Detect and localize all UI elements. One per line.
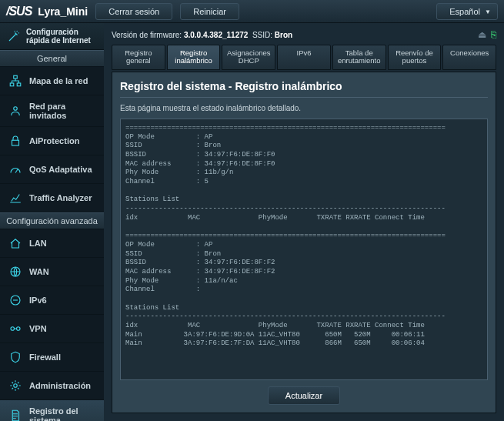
qcis-label: Configuración rápida de Internet [26, 28, 98, 45]
tab-wireless-log[interactable]: Registro inalámbrico [167, 45, 221, 70]
svg-rect-2 [17, 83, 21, 86]
home-icon [8, 236, 23, 251]
refresh-button[interactable]: Actualizar [268, 386, 340, 405]
wand-icon [6, 28, 22, 44]
sidebar-item-label: Mapa de la red [29, 76, 88, 85]
panel: Registro del sistema - Registro inalámbr… [112, 72, 496, 413]
advanced-header: Configuración avanzada [0, 212, 104, 229]
ssid-value: Bron [275, 31, 292, 39]
sidebar-item-label: Administración [29, 381, 91, 390]
tab-routing[interactable]: Tabla de enrutamiento [332, 45, 386, 70]
sidebar-item-firewall[interactable]: Firewall [0, 343, 104, 372]
tab-dhcp[interactable]: Asignaciones DHCP [222, 45, 275, 70]
svg-rect-4 [12, 140, 19, 145]
sidebar-item-aiprotection[interactable]: AiProtection [0, 127, 104, 155]
ssid-label: SSID: [252, 31, 272, 39]
sidebar-item-admin[interactable]: Administración [0, 372, 104, 400]
logo: /SUS [6, 5, 32, 18]
svg-rect-0 [14, 75, 18, 79]
usb-status-icon[interactable]: ⏏ [478, 29, 486, 40]
sidebar-item-syslog[interactable]: Registro del sistema [0, 400, 104, 421]
sidebar-item-networkmap[interactable]: Mapa de la red [0, 67, 104, 95]
sidebar-item-label: Registro del sistema [29, 406, 96, 421]
tab-portforward[interactable]: Reenvío de puertos [388, 45, 442, 70]
firmware-label: Versión de firmware: [112, 31, 182, 39]
sidebar-item-vpn[interactable]: VPN [0, 315, 104, 343]
sidebar-item-label: IPv6 [29, 296, 47, 305]
sidebar-item-qos[interactable]: QoS Adaptativa [0, 155, 104, 184]
reboot-button[interactable]: Reiniciar [180, 3, 239, 20]
language-selector[interactable]: Español [436, 3, 498, 20]
guest-icon [8, 103, 23, 119]
page-title: Registro del sistema - Registro inalámbr… [120, 80, 488, 98]
globe-icon [8, 264, 23, 279]
sidebar: Configuración rápida de Internet General… [0, 23, 104, 421]
link-status-icon[interactable]: ⎘ [491, 29, 496, 40]
page-desc: Esta página muestra el estado inalámbric… [120, 104, 488, 112]
sidebar-item-traffic[interactable]: Traffic Analyzer [0, 184, 104, 212]
tab-general-log[interactable]: Registro general [112, 45, 165, 70]
sidebar-item-label: AiProtection [29, 136, 79, 145]
sidebar-item-label: Red para invitados [29, 102, 96, 120]
ipv6-icon [8, 292, 23, 308]
sidebar-item-label: Traffic Analyzer [29, 193, 92, 202]
sidebar-item-label: QoS Adaptativa [29, 165, 92, 174]
svg-point-7 [11, 327, 15, 331]
quick-internet-setup[interactable]: Configuración rápida de Internet [0, 23, 104, 50]
svg-point-3 [14, 107, 18, 111]
firmware-line: Versión de firmware: 3.0.0.4.382_11272 S… [112, 28, 496, 45]
vpn-icon [8, 321, 23, 336]
content: Versión de firmware: 3.0.0.4.382_11272 S… [104, 23, 504, 421]
svg-point-9 [14, 384, 18, 388]
firmware-version[interactable]: 3.0.0.4.382_11272 [184, 31, 248, 39]
gear-icon [8, 378, 23, 393]
model-name: Lyra_Mini [38, 5, 88, 18]
sidebar-item-label: LAN [29, 239, 47, 248]
document-icon [8, 408, 23, 421]
tab-connections[interactable]: Conexiones [442, 45, 496, 70]
sidebar-item-guest[interactable]: Red para invitados [0, 95, 104, 127]
logout-button[interactable]: Cerrar sesión [95, 3, 172, 20]
network-icon [8, 73, 23, 89]
tab-ipv6[interactable]: IPv6 [277, 45, 331, 70]
sidebar-item-label: WAN [29, 267, 49, 276]
sidebar-item-label: Firewall [29, 353, 61, 362]
svg-rect-1 [10, 83, 14, 86]
sidebar-item-label: VPN [29, 324, 47, 333]
topbar: /SUS Lyra_Mini Cerrar sesión Reiniciar E… [0, 0, 504, 23]
sidebar-item-ipv6[interactable]: IPv6 [0, 286, 104, 315]
shield-icon [8, 349, 23, 365]
svg-point-8 [17, 327, 21, 331]
sidebar-item-lan[interactable]: LAN [0, 229, 104, 258]
gauge-icon [8, 162, 23, 177]
tabs: Registro general Registro inalámbrico As… [112, 45, 496, 70]
lock-icon [8, 133, 23, 149]
log-textarea[interactable]: ========================================… [120, 119, 488, 380]
general-header: General [0, 50, 104, 67]
sidebar-item-wan[interactable]: WAN [0, 258, 104, 286]
chart-icon [8, 190, 23, 205]
